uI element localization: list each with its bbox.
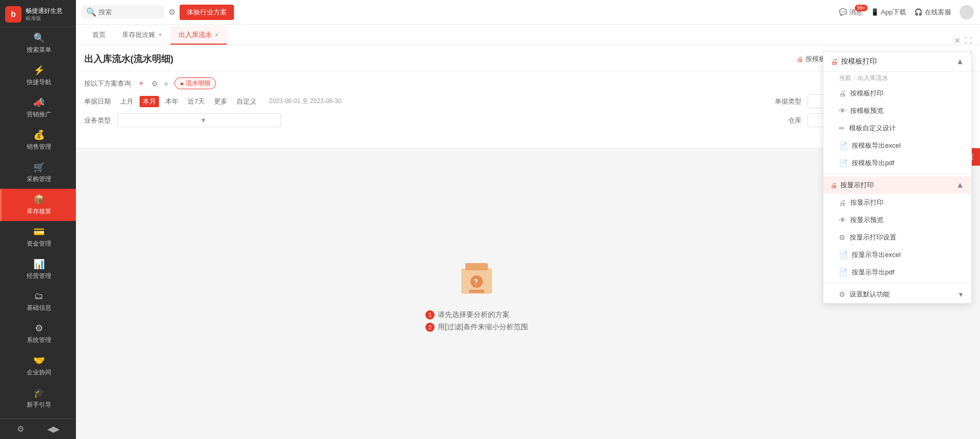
dropdown-item-template-custom[interactable]: ✏ 模板自定义设计 [824,119,971,137]
dropdown-current-label: 当前：出入库流水 [824,72,971,85]
warehouse-label: 仓库 [788,116,801,125]
dropdown-item-template-pdf[interactable]: 📄 按模板导出pdf [824,154,971,172]
basic-icon: 🗂 [34,291,44,302]
sidebar-label-enterprise: 企业协同 [27,368,51,377]
app-badge: 标准版 [26,15,63,22]
set-default-label: 设置默认功能 [850,290,890,299]
sidebar-item-operation[interactable]: 📊 经营管理 [0,253,76,286]
biz-type-dropdown-icon: ▼ [200,116,276,124]
empty-state: ? 1 请先选择要分析的方案 2 用[过滤]条件来缩小分析范围 [425,253,528,335]
finance-icon: 💳 [33,226,45,237]
messages-button[interactable]: 💬 消息 99+ [839,8,863,17]
dropdown-item-template-preview[interactable]: 👁 按模板预览 [824,102,971,119]
main-content: 🔍 ⚙ 体验行业方案 💬 消息 99+ 📱 App下载 🎧 在线客服 [76,0,980,439]
sidebar-logo: b 畅捷通好生意 标准版 [0,0,76,27]
industry-solution-button[interactable]: 体验行业方案 [180,5,234,20]
dropdown-item-set-default[interactable]: ⚙ 设置默认功能 ▼ [824,286,971,303]
filter-setting-button[interactable]: ⚙ [151,79,158,88]
sidebar-item-sales[interactable]: 💰 销售管理 [0,124,76,156]
biz-type-select[interactable]: ▼ [117,113,281,127]
tab-inventory-batch-label: 库存批次账 [122,30,155,39]
dropdown-collapse-arrow[interactable]: ▲ [956,57,964,66]
sidebar-item-purchase[interactable]: 🛒 采购管理 [0,156,76,189]
date-tabs: 上月 本月 本年 近7天 更多 自定义 [117,96,260,107]
display-print-section-icon: 🖨 [831,182,837,189]
tab-flow-close[interactable]: × [215,31,219,38]
dropdown-item-template-excel[interactable]: 📄 按模板导出excel [824,137,971,154]
tab-home[interactable]: 首页 [84,26,114,45]
sidebar-item-guide[interactable]: 🎓 新手引导 [0,382,76,414]
operation-icon: 📊 [33,258,45,270]
sidebar-item-quick-nav[interactable]: ⚡ 快捷导航 [0,59,76,92]
template-print-item-label: 按模板打印 [850,89,884,98]
maximize-icon[interactable]: ⛶ [965,36,972,45]
dropdown-item-display-print[interactable]: 🖨 按显示打印 [824,194,971,211]
online-service-label: 在线客服 [925,8,951,17]
tab-inventory-batch-close[interactable]: × [159,31,162,38]
sidebar-item-enterprise[interactable]: 🤝 企业协同 [0,350,76,382]
tag-icon: ● [180,80,184,87]
sidebar-item-marketing[interactable]: 📣 营销推广 [0,92,76,124]
sidebar-item-finance[interactable]: 💳 资金管理 [0,221,76,253]
sales-icon: 💰 [33,129,45,141]
sidebar-label-quick-nav: 快捷导航 [27,78,51,87]
date-tab-7days[interactable]: 近7天 [185,96,208,107]
sidebar-label-search-menu: 搜索菜单 [27,46,51,54]
tab-flow[interactable]: 出入库流水 × [170,26,227,45]
page-header: 出入库流水(流水明细) 🖨 按模板打印 ▲ ··· ↑ 导出 ↻ 刷新 [76,45,980,71]
headset-icon: 🎧 [914,8,923,16]
flow-detail-tag[interactable]: ● 流水明细 [174,77,216,89]
print-icon: 🖨 [797,55,803,63]
search-input[interactable] [99,8,160,16]
sidebar-item-basic[interactable]: 🗂 基础信息 [0,286,76,317]
template-custom-item-icon: ✏ [839,124,845,132]
app-download-button[interactable]: 📱 App下载 [871,8,906,17]
dropdown-item-display-print-setting[interactable]: ⚙ 按显示打印设置 [824,229,971,246]
search-icon: 🔍 [86,7,96,17]
tab-flow-label: 出入库流水 [179,30,212,39]
close-tab-icon[interactable]: ✕ [954,36,961,45]
enterprise-icon: 🤝 [33,355,45,366]
date-tab-more[interactable]: 更多 [211,96,230,107]
topbar-gear-icon[interactable]: ⚙ [168,7,175,17]
dropdown-item-template-print[interactable]: 🖨 按模板打印 [824,85,971,102]
sidebar-item-system[interactable]: ⚙ 系统管理 [0,317,76,350]
date-tab-custom[interactable]: 自定义 [233,96,260,107]
template-custom-item-label: 模板自定义设计 [849,124,896,133]
display-print-collapse-arrow[interactable]: ▲ [956,181,964,190]
app-download-icon: 📱 [871,8,879,16]
message-badge: 99+ [855,5,868,11]
topbar-search-box[interactable]: 🔍 [82,5,164,19]
sidebar-item-search-menu[interactable]: 🔍 搜索菜单 [0,27,76,59]
collapse-sidebar-icon[interactable]: ◀▶ [47,424,60,434]
sidebar-label-sales: 销售管理 [27,143,51,151]
dropdown-divider2 [824,283,971,284]
tab-home-label: 首页 [92,30,106,39]
tip-text-2: 用[过滤]条件来缩小分析范围 [438,323,528,332]
dropdown-divider [824,174,971,174]
display-pdf-item-label: 按显示导出pdf [852,268,894,277]
dropdown-item-display-excel[interactable]: 📄 按显示导出excel [824,246,971,264]
online-service-button[interactable]: 🎧 在线客服 [914,8,951,17]
filter-add-button[interactable]: ＋ [137,78,145,89]
user-avatar[interactable] [959,5,974,19]
svg-rect-1 [465,263,488,270]
date-tab-this-month[interactable]: 本月 [140,96,159,107]
filter-collapse-button[interactable]: « [164,79,168,88]
guide-icon: 🎓 [33,387,45,398]
dropdown-item-display-preview[interactable]: 👁 按显示预览 [824,211,971,229]
inventory-icon: 📦 [33,194,45,205]
date-tab-last-month[interactable]: 上月 [117,96,136,107]
message-icon: 💬 [839,8,847,16]
sidebar-nav: 🔍 搜索菜单 ⚡ 快捷导航 📣 营销推广 💰 销售管理 🛒 采购管理 📦 库存核… [0,27,76,418]
sidebar-item-inventory[interactable]: 📦 库存核算 [0,189,76,221]
settings-bottom-icon[interactable]: ⚙ [17,424,24,434]
display-print-section-header[interactable]: 🖨 按显示打印 ▲ [824,176,971,194]
dropdown-item-display-pdf[interactable]: 📄 按显示导出pdf [824,264,971,281]
date-tab-this-year[interactable]: 本年 [162,96,182,107]
tab-inventory-batch[interactable]: 库存批次账 × [114,26,170,45]
tip-num-1: 1 [425,310,435,320]
svg-rect-4 [469,290,484,293]
sidebar-item-app-center[interactable]: 🧩 应用中心 [0,414,76,418]
template-excel-item-icon: 📄 [839,142,848,150]
